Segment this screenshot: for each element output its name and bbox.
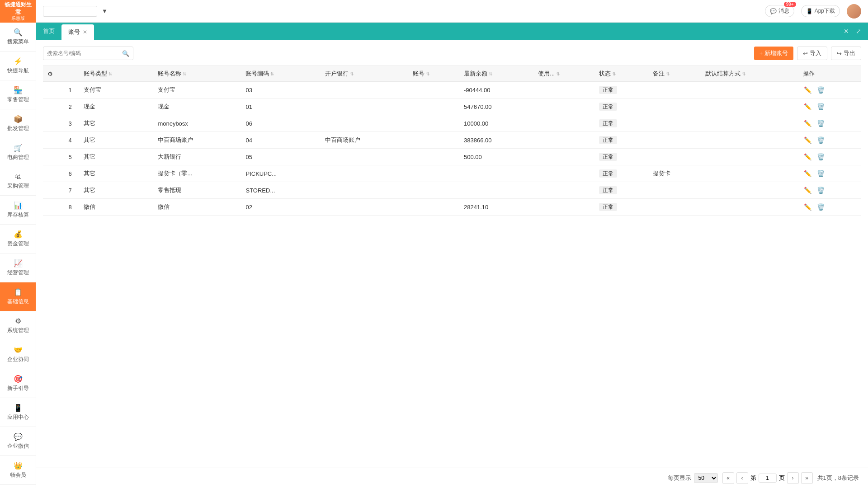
th-balance[interactable]: 最新余额⇅ <box>459 66 533 82</box>
row-use-cell <box>533 149 594 165</box>
edit-button[interactable]: ✏️ <box>803 102 812 111</box>
sidebar-item-member[interactable]: 👑 畅会员 <box>0 456 36 485</box>
sidebar-item-ecommerce[interactable]: 🛒 电商管理 <box>0 138 36 167</box>
sidebar-item-wholesale[interactable]: 📦 批发管理 <box>0 109 36 138</box>
delete-button[interactable]: 🗑️ <box>816 186 826 195</box>
th-settings[interactable]: ⚙ <box>43 66 61 82</box>
th-use[interactable]: 使用...⇅ <box>533 66 594 82</box>
row-settings-cell <box>43 149 61 165</box>
row-code-cell: 01 <box>241 99 321 115</box>
sidebar-item-basic-info[interactable]: 📋 基础信息 <box>0 282 36 311</box>
sidebar-item-appcenter[interactable]: 📱 应用中心 <box>0 398 36 427</box>
sidebar-item-wechat-work[interactable]: 💬 企业微信 <box>0 427 36 456</box>
header-right: 💬 消息 99+ 📱 App下载 <box>765 4 861 19</box>
tab-home[interactable]: 首页 <box>36 23 61 40</box>
tab-close-icon[interactable]: ✕ <box>83 29 87 35</box>
page-next-button[interactable]: › <box>787 472 799 484</box>
delete-button[interactable]: 🗑️ <box>816 152 826 161</box>
th-bank[interactable]: 开户银行⇅ <box>321 66 408 82</box>
delete-button[interactable]: 🗑️ <box>816 202 826 211</box>
delete-button[interactable]: 🗑️ <box>816 119 826 128</box>
user-avatar[interactable] <box>847 4 861 19</box>
row-actions-cell: ✏️ 🗑️ <box>798 165 861 182</box>
add-account-label: + 新增账号 <box>760 49 788 57</box>
page-first-button[interactable]: « <box>722 472 734 484</box>
th-status[interactable]: 状态⇅ <box>594 66 648 82</box>
th-remark[interactable]: 备注⇅ <box>648 66 701 82</box>
table-row: 1 支付宝 支付宝 03 -90444.00 正常 ✏️ 🗑️ <box>43 82 861 99</box>
collab-icon: 🤝 <box>2 346 33 354</box>
sidebar-item-newguide[interactable]: 🎯 新手引导 <box>0 369 36 398</box>
row-num-cell: 1 <box>61 82 79 99</box>
th-name[interactable]: 账号名称⇅ <box>153 66 241 82</box>
account-search-input[interactable] <box>47 50 122 56</box>
page-size-select[interactable]: 50 20 100 <box>694 473 718 483</box>
page-size-label: 每页显示 <box>668 474 691 482</box>
sidebar-item-quicknav[interactable]: ⚡ 快捷导航 <box>0 52 36 80</box>
page-prev-button[interactable]: ‹ <box>736 472 748 484</box>
sidebar-item-search[interactable]: 🔍 搜索菜单 <box>0 23 36 52</box>
edit-button[interactable]: ✏️ <box>803 136 812 145</box>
table-row: 2 现金 现金 01 547670.00 正常 ✏️ 🗑️ <box>43 99 861 115</box>
row-remark-cell <box>648 99 701 115</box>
sidebar-item-system[interactable]: ⚙ 系统管理 <box>0 311 36 340</box>
row-settings-cell <box>43 199 61 216</box>
export-button[interactable]: ↪ 导出 <box>831 47 861 60</box>
row-status-cell: 正常 <box>594 115 648 132</box>
row-status-cell: 正常 <box>594 132 648 149</box>
delete-button[interactable]: 🗑️ <box>816 169 826 178</box>
top-header: ▼ 💬 消息 99+ 📱 App下载 <box>36 0 868 23</box>
app-download-button[interactable]: 📱 App下载 <box>801 5 840 17</box>
row-name-cell: 提货卡（零... <box>153 165 241 182</box>
row-num-cell: 6 <box>61 165 79 182</box>
row-actions-cell: ✏️ 🗑️ <box>798 115 861 132</box>
row-default-pay-cell <box>701 182 798 199</box>
ecommerce-icon: 🛒 <box>2 144 33 152</box>
tab-account[interactable]: 账号 ✕ <box>61 24 94 40</box>
import-button[interactable]: ↩ 导入 <box>797 47 827 60</box>
th-account[interactable]: 账号⇅ <box>408 66 459 82</box>
edit-button[interactable]: ✏️ <box>803 152 812 161</box>
th-code[interactable]: 账号编码⇅ <box>241 66 321 82</box>
row-code-cell: 06 <box>241 115 321 132</box>
row-code-cell: STORED... <box>241 182 321 199</box>
search-input-wrap: 🔍 <box>43 47 133 60</box>
page-last-button[interactable]: » <box>801 472 813 484</box>
th-type[interactable]: 账号类型⇅ <box>79 66 153 82</box>
row-default-pay-cell <box>701 99 798 115</box>
message-button[interactable]: 💬 消息 99+ <box>765 5 794 17</box>
sidebar-item-purchase[interactable]: 🛍 采购管理 <box>0 167 36 196</box>
sidebar-item-operations[interactable]: 📈 经营管理 <box>0 253 36 282</box>
edit-button[interactable]: ✏️ <box>803 169 812 178</box>
row-remark-cell: 提货卡 <box>648 165 701 182</box>
tab-expand-button[interactable]: ⤢ <box>854 26 863 36</box>
edit-button[interactable]: ✏️ <box>803 119 812 128</box>
row-default-pay-cell <box>701 115 798 132</box>
system-icon: ⚙ <box>2 317 33 325</box>
row-default-pay-cell <box>701 82 798 99</box>
import-icon: ↩ <box>803 50 808 57</box>
th-default-pay[interactable]: 默认结算方式⇅ <box>701 66 798 82</box>
row-num-cell: 8 <box>61 199 79 216</box>
delete-button[interactable]: 🗑️ <box>816 102 826 111</box>
add-account-button[interactable]: + 新增账号 <box>754 47 793 60</box>
header-search-input[interactable] <box>43 6 97 17</box>
app-download-label: App下载 <box>815 7 835 15</box>
sidebar-item-collab[interactable]: 🤝 企业协同 <box>0 340 36 369</box>
row-num-cell: 7 <box>61 182 79 199</box>
row-balance-cell: 10000.00 <box>459 115 533 132</box>
edit-button[interactable]: ✏️ <box>803 186 812 195</box>
delete-button[interactable]: 🗑️ <box>816 85 826 94</box>
sidebar-item-retail[interactable]: 🏪 零售管理 <box>0 80 36 109</box>
row-code-cell: 04 <box>241 132 321 149</box>
header-dropdown[interactable]: ▼ <box>102 8 108 14</box>
sidebar-item-inventory[interactable]: 📊 库存核算 <box>0 196 36 225</box>
tab-close-all-button[interactable]: ✕ <box>841 26 851 36</box>
row-default-pay-cell <box>701 132 798 149</box>
delete-button[interactable]: 🗑️ <box>816 136 826 145</box>
search-icon: 🔍 <box>122 50 129 57</box>
edit-button[interactable]: ✏️ <box>803 85 812 94</box>
sidebar-item-finance[interactable]: 💰 资金管理 <box>0 225 36 253</box>
page-number-input[interactable] <box>759 474 777 483</box>
edit-button[interactable]: ✏️ <box>803 202 812 211</box>
